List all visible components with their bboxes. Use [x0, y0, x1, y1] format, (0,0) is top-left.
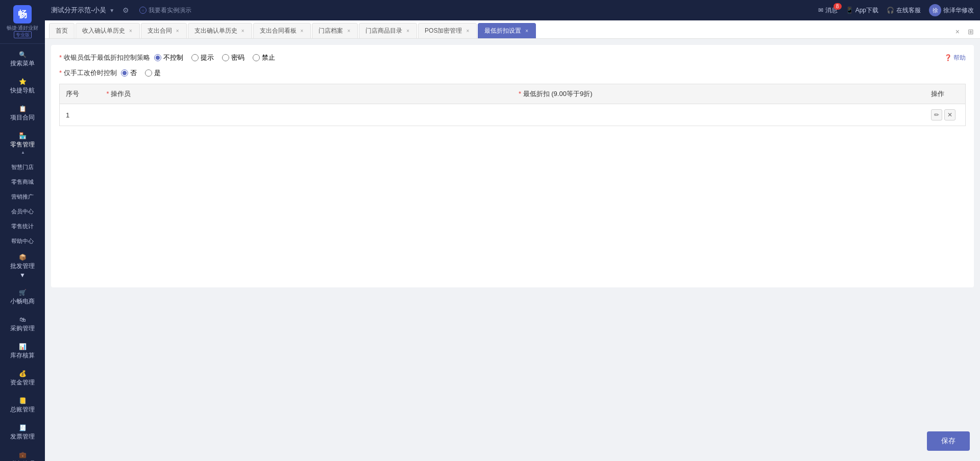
sidebar-item-wholesale[interactable]: 📦 批发管理 [0, 249, 45, 284]
inventory-icon: 📊 [19, 343, 27, 350]
cell-min-discount[interactable] [512, 104, 925, 126]
min-discount-input[interactable] [519, 111, 919, 119]
empty-table-area [59, 126, 966, 279]
radio-forbid-input[interactable] [253, 54, 260, 61]
tab-pay-board[interactable]: 支出合同看板 × [253, 23, 311, 38]
user-menu[interactable]: 徐 徐泽华修改 [929, 4, 974, 16]
sidebar-item-member[interactable]: 会员中心 [0, 204, 45, 219]
help-link[interactable]: ❓ 帮助 [944, 54, 966, 62]
sidebar-item-capital[interactable]: 💰 资金管理 [0, 365, 45, 392]
cell-actions: ✏ ✕ [925, 104, 966, 126]
invoice-icon: 🧾 [19, 424, 27, 431]
tab-pay-confirm[interactable]: 支出确认单历史 × [188, 23, 252, 38]
tab-close-pay-confirm[interactable]: × [240, 28, 246, 34]
radio-no[interactable]: 否 [121, 68, 137, 78]
retail-icon: 🏪 [19, 132, 27, 139]
wholesale-icon: 📦 [19, 254, 27, 261]
tab-close-store-file[interactable]: × [346, 28, 351, 34]
tab-pos-manage[interactable]: POS加密管理 × [418, 23, 477, 38]
sidebar-item-purchase[interactable]: 🛍 采购管理 [0, 311, 45, 338]
search-icon: 🔍 [19, 51, 27, 58]
support-button[interactable]: 🎧 在线客服 [887, 6, 921, 15]
tab-close-store-goods[interactable]: × [405, 28, 410, 34]
radio-no-control-input[interactable] [154, 54, 161, 61]
tab-close-pos-manage[interactable]: × [465, 28, 470, 34]
sidebar-item-retail-stat[interactable]: 零售统计 [0, 219, 45, 234]
sidebar-item-tax[interactable]: 💼 税务管理 [0, 446, 45, 461]
sidebar-item-search[interactable]: 🔍 搜索菜单 [0, 46, 45, 73]
manual-radio-group: 否 是 [121, 68, 161, 78]
table-header-row: 序号 操作员 最低折扣 (9.00等于9折) 操作 [60, 84, 966, 104]
cell-operator[interactable] [101, 104, 513, 126]
tab-income-confirm[interactable]: 收入确认单历史 × [76, 23, 140, 38]
sidebar-item-retail[interactable]: 🏪 零售管理 [0, 127, 45, 160]
tax-icon: 💼 [19, 451, 27, 458]
app-download-button[interactable]: 📱 App下载 [846, 6, 878, 15]
col-actions: 操作 [925, 84, 966, 104]
project-selector[interactable]: 测试分开示范-小吴 ▼ [51, 6, 114, 15]
shortcut-icon: ⭐ [19, 78, 27, 85]
message-button[interactable]: ✉ 消息 8 [818, 6, 838, 15]
page-content: 收银员低于最低折扣控制策略 不控制 提示 密码 [45, 39, 980, 461]
tab-close-income-confirm[interactable]: × [128, 28, 133, 34]
operator-input[interactable] [107, 111, 507, 119]
message-icon: ✉ [818, 7, 823, 14]
sidebar-item-help[interactable]: 帮助中心 [0, 234, 45, 249]
tab-close-all-button[interactable]: × [953, 27, 962, 37]
radio-password[interactable]: 密码 [222, 53, 244, 62]
tab-close-min-discount[interactable]: × [524, 28, 529, 34]
tab-min-discount[interactable]: 最低折扣设置 × [478, 23, 536, 38]
action-icons-group: ✏ ✕ [931, 109, 960, 120]
tab-home[interactable]: 首页 [49, 23, 75, 38]
tab-store-file[interactable]: 门店档案 × [312, 23, 358, 38]
sidebar-item-contract[interactable]: 📋 项目合同 [0, 100, 45, 127]
strategy-radio-group: 不控制 提示 密码 禁止 [154, 53, 275, 62]
tab-close-pay-board[interactable]: × [300, 28, 305, 34]
radio-yes[interactable]: 是 [145, 68, 161, 78]
sidebar: 畅 畅捷·通好业财专业版 🔍 搜索菜单 ⭐ 快捷导航 📋 项目合同 🏪 零售管理… [0, 0, 45, 461]
edit-row-button[interactable]: ✏ [931, 109, 942, 120]
radio-hint[interactable]: 提示 [191, 53, 214, 62]
topbar: 测试分开示范-小吴 ▼ ⚙ ○ 我要看实例演示 ✉ 消息 8 📱 App下载 🎧… [45, 0, 980, 20]
settings-card: 收银员低于最低折扣控制策略 不控制 提示 密码 [51, 45, 974, 287]
save-button[interactable]: 保存 [927, 431, 970, 451]
demo-link[interactable]: ○ 我要看实例演示 [139, 6, 191, 15]
cell-seq: 1 [60, 104, 101, 126]
sidebar-item-smart-store[interactable]: 智慧门店 [0, 160, 45, 175]
sidebar-item-invoice[interactable]: 🧾 发票管理 [0, 419, 45, 446]
sidebar-logo: 畅 畅捷·通好业财专业版 [0, 0, 45, 44]
topbar-gear-icon[interactable]: ⚙ [122, 6, 129, 14]
help-icon: ❓ [944, 54, 952, 61]
radio-forbid[interactable]: 禁止 [253, 53, 275, 62]
sidebar-item-marketing[interactable]: 营销推广 [0, 189, 45, 204]
tab-store-goods[interactable]: 门店商品目录 × [359, 23, 417, 38]
tab-pay-contract[interactable]: 支出合同 × [141, 23, 187, 38]
radio-password-input[interactable] [222, 54, 229, 61]
col-operator: 操作员 [101, 84, 513, 104]
logo-text: 畅捷·通好业财专业版 [7, 25, 39, 38]
app-icon: 📱 [846, 7, 853, 14]
radio-no-input[interactable] [121, 69, 128, 77]
sidebar-item-shortcut[interactable]: ⭐ 快捷导航 [0, 73, 45, 100]
radio-hint-input[interactable] [191, 54, 199, 61]
tab-menu-button[interactable]: ⊞ [966, 27, 976, 37]
delete-row-button[interactable]: ✕ [944, 109, 955, 120]
sidebar-item-ledger[interactable]: 📒 总账管理 [0, 392, 45, 419]
radio-yes-input[interactable] [145, 69, 152, 77]
edit-icon: ✏ [934, 111, 939, 118]
discount-table: 序号 操作员 最低折扣 (9.00等于9折) 操作 [59, 84, 966, 126]
tabs-bar: 首页 收入确认单历史 × 支出合同 × 支出确认单历史 × 支出合同看板 × 门… [45, 20, 980, 39]
contract-icon: 📋 [19, 105, 27, 112]
main-area: 测试分开示范-小吴 ▼ ⚙ ○ 我要看实例演示 ✉ 消息 8 📱 App下载 🎧… [45, 0, 980, 461]
radio-no-control[interactable]: 不控制 [154, 53, 183, 62]
manual-label: 仅手工改价时控制 [59, 68, 117, 78]
delete-icon: ✕ [947, 111, 952, 118]
capital-icon: 💰 [19, 370, 27, 377]
tabs-right-controls: × ⊞ [953, 27, 976, 38]
sidebar-item-mall[interactable]: 零售商城 [0, 175, 45, 189]
sidebar-item-ecommerce[interactable]: 🛒 小畅电商 [0, 284, 45, 311]
logo-icon: 畅 [13, 5, 32, 23]
sidebar-item-inventory[interactable]: 📊 库存核算 [0, 338, 45, 365]
topbar-right: ✉ 消息 8 📱 App下载 🎧 在线客服 徐 徐泽华修改 [818, 4, 974, 16]
tab-close-pay-contract[interactable]: × [175, 28, 180, 34]
